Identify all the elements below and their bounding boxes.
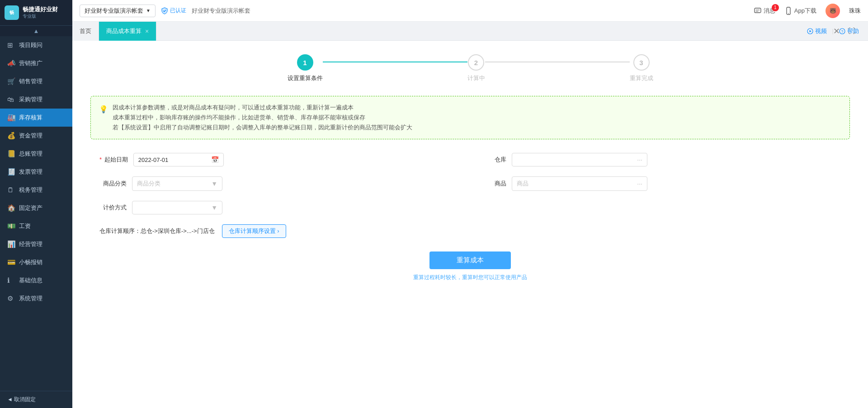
- company-name: 好业财专业版演示帐套: [192, 7, 250, 15]
- expand-panel-button[interactable]: ⛶: [846, 25, 857, 37]
- category-dropdown-icon: ▼: [211, 180, 217, 187]
- sidebar-item-资金管理[interactable]: 💰 资金管理: [0, 127, 72, 145]
- goods-placeholder: 商品: [517, 180, 528, 188]
- form-section: * 起始日期 2022-07-01 📅 仓库 ···: [90, 153, 850, 238]
- messages-badge: 1: [772, 4, 779, 11]
- tax-icon: 🗒: [7, 186, 15, 194]
- sidebar-item-经营管理[interactable]: 📊 经营管理: [0, 235, 72, 253]
- sidebar-item-label: 税务管理: [19, 186, 42, 194]
- step-3-label: 重算完成: [630, 74, 653, 82]
- messages-button[interactable]: 消息 1: [754, 7, 775, 15]
- step-line-1: [323, 62, 467, 62]
- warehouse-field: 仓库 ···: [479, 153, 841, 166]
- sidebar-item-发票管理[interactable]: 🧾 发票管理: [0, 163, 72, 181]
- step-line-2: [485, 62, 630, 62]
- form-row-1: * 起始日期 2022-07-01 📅 仓库 ···: [99, 153, 841, 166]
- salary-icon: 💵: [7, 222, 15, 230]
- sidebar-item-营销推广[interactable]: 📣 营销推广: [0, 54, 72, 72]
- sidebar-unpin-button[interactable]: ◄ 取消固定: [0, 391, 72, 408]
- tab-home-label: 首页: [80, 27, 91, 35]
- start-date-input[interactable]: 2022-07-01 📅: [133, 153, 224, 166]
- settings-icon: ⚙: [7, 294, 15, 303]
- tab-home[interactable]: 首页: [72, 22, 99, 41]
- goods-input[interactable]: 商品 ···: [512, 176, 647, 191]
- close-panel-button[interactable]: ✕: [831, 24, 842, 38]
- sidebar-item-税务管理[interactable]: 🗒 税务管理: [0, 181, 72, 199]
- content-area: 1 设置重算条件 2 计算中 3 重算完成 💡: [72, 41, 868, 408]
- svg-rect-0: [755, 8, 761, 13]
- scroll-up-arrow[interactable]: ▲: [0, 26, 72, 36]
- shield-icon: [161, 7, 168, 14]
- tab-close-icon[interactable]: ×: [145, 28, 149, 35]
- sidebar-item-label: 项目顾问: [19, 41, 42, 49]
- user-name: 珠珠: [849, 7, 861, 15]
- sidebar-item-label: 经营管理: [19, 240, 42, 248]
- app-logo: 畅: [5, 5, 19, 20]
- warehouse-icon: 🏭: [7, 114, 15, 122]
- tab-recalc-label: 商品成本重算: [106, 27, 142, 35]
- step-1-num: 1: [303, 59, 307, 66]
- verified-text: 已认证: [170, 7, 186, 14]
- main-area: 好业财专业版演示帐套 ▼ 已认证 好业财专业版演示帐套 消息 1: [72, 0, 868, 408]
- sidebar-item-总账管理[interactable]: 📒 总账管理: [0, 145, 72, 163]
- form-row-2: 商品分类 商品分类 ▼ 商品 商品 ···: [99, 176, 841, 191]
- topbar-right: 消息 1 App下载 🐻 珠珠: [754, 4, 861, 18]
- money-icon: 💰: [7, 132, 15, 140]
- warehouse-input[interactable]: ···: [512, 153, 647, 166]
- stepper: 1 设置重算条件 2 计算中 3 重算完成: [90, 54, 850, 82]
- info-icon: ℹ: [7, 276, 15, 285]
- tab-recalc[interactable]: 商品成本重算 ×: [99, 22, 156, 41]
- form-row-3: 计价方式 ▼: [99, 201, 841, 214]
- video-label: 视频: [815, 27, 827, 35]
- sidebar-item-label: 总账管理: [19, 150, 42, 158]
- app-download-button[interactable]: App下载: [784, 7, 816, 15]
- sidebar-item-固定资产[interactable]: 🏠 固定资产: [0, 199, 72, 217]
- info-text: 因成本计算参数调整，或是对商品成本有疑问时，可以通过成本重算功能，重新计算一遍成…: [113, 103, 412, 133]
- goods-label: 商品: [479, 180, 506, 188]
- tabbar: 首页 商品成本重算 × 视频 | ? 帮助 ✕: [72, 22, 868, 41]
- video-icon: [807, 28, 813, 34]
- sidebar-item-基础信息[interactable]: ℹ 基础信息: [0, 271, 72, 289]
- cart-icon: 🛒: [7, 77, 15, 85]
- topbar: 好业财专业版演示帐套 ▼ 已认证 好业财专业版演示帐套 消息 1: [72, 0, 868, 22]
- sidebar-item-label: 固定资产: [19, 204, 42, 212]
- sidebar-item-销售管理[interactable]: 🛒 销售管理: [0, 72, 72, 90]
- video-link[interactable]: 视频: [807, 27, 827, 35]
- svg-point-2: [788, 13, 789, 14]
- category-placeholder: 商品分类: [137, 180, 160, 188]
- sidebar-item-库存核算[interactable]: 🏭 库存核算: [0, 109, 72, 127]
- sidebar-item-工资[interactable]: 💵 工资: [0, 217, 72, 235]
- sidebar-item-label: 销售管理: [19, 77, 42, 85]
- pricing-dropdown-icon: ▼: [211, 204, 217, 211]
- account-selector[interactable]: 好业财专业版演示帐套 ▼: [80, 5, 156, 17]
- pricing-field: 计价方式 ▼: [99, 201, 461, 214]
- sidebar-item-系统管理[interactable]: ⚙ 系统管理: [0, 289, 72, 308]
- user-avatar[interactable]: 🐻: [826, 4, 840, 18]
- sidebar-item-label: 基础信息: [19, 276, 42, 285]
- sidebar-item-label: 库存核算: [19, 114, 42, 122]
- step-3-num: 3: [639, 59, 643, 66]
- sidebar-item-采购管理[interactable]: 🛍 采购管理: [0, 90, 72, 109]
- recalc-button[interactable]: 重算成本: [429, 251, 511, 269]
- pricing-select[interactable]: ▼: [132, 201, 222, 214]
- category-select[interactable]: 商品分类 ▼: [132, 176, 222, 191]
- warehouse-order-label: 仓库计算顺序：总仓->深圳仓库->...->门店仓: [99, 227, 215, 235]
- warehouse-order-btn-label: 仓库计算顺序设置 ›: [229, 227, 279, 235]
- step-3-circle: 3: [633, 54, 650, 71]
- sidebar-item-label: 营销推广: [19, 59, 42, 67]
- sidebar-item-项目顾问[interactable]: ⊞ 项目顾问: [0, 36, 72, 54]
- warehouse-order-settings-button[interactable]: 仓库计算顺序设置 ›: [222, 224, 286, 238]
- sidebar: 畅 畅捷通好业财 专业版 ▲ ⊞ 项目顾问 📣 营销推广 🛒 销售管理 🛍 采购…: [0, 0, 72, 408]
- goods-field: 商品 商品 ···: [479, 176, 841, 191]
- step-3: 3 重算完成: [630, 54, 653, 82]
- info-icon: 💡: [99, 103, 108, 133]
- message-icon: [754, 7, 762, 15]
- required-mark: *: [99, 156, 102, 163]
- sidebar-item-label: 采购管理: [19, 95, 42, 104]
- unpin-label: ◄ 取消固定: [7, 396, 36, 403]
- app-download-label: App下载: [794, 7, 816, 15]
- account-dropdown-icon: ▼: [146, 8, 151, 13]
- sidebar-item-label: 小畅报销: [19, 258, 42, 266]
- account-name: 好业财专业版演示帐套: [85, 7, 143, 15]
- sidebar-item-小畅报销[interactable]: 💳 小畅报销: [0, 253, 72, 271]
